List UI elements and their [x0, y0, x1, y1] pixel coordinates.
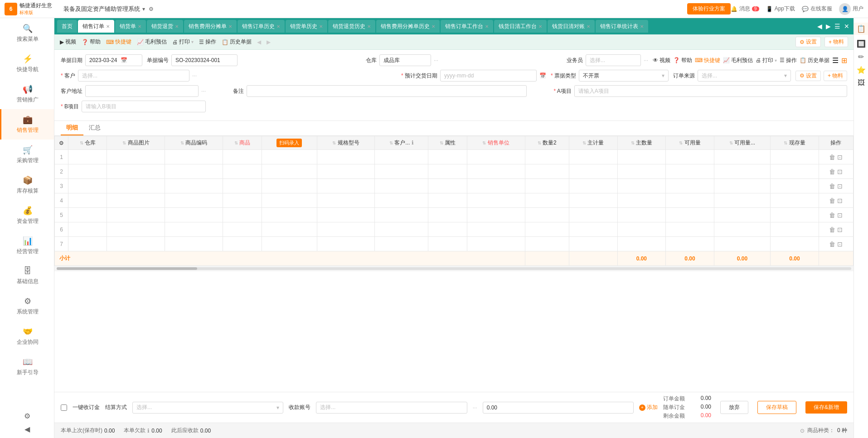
operations-btn[interactable]: ☰ 操作	[199, 38, 216, 46]
tab-detail[interactable]: 明细	[61, 121, 83, 135]
a-project-input[interactable]: 请输入A项目	[574, 85, 847, 97]
tab-order-stats[interactable]: 销售订单统计表 ✕	[596, 20, 648, 33]
delivery-date-input[interactable]: yyyy-mm-dd	[440, 70, 537, 82]
row-3-delete-icon[interactable]: 🗑	[829, 183, 835, 190]
row-5-delete-icon[interactable]: 🗑	[829, 212, 835, 219]
amount-input[interactable]: 0.00	[483, 402, 634, 414]
online-service-item[interactable]: 💬 在线客服	[802, 5, 832, 13]
customer-address-input[interactable]	[85, 85, 199, 97]
solution-button[interactable]: 体验行业方案	[687, 3, 731, 14]
row-2-copy-icon[interactable]: ⊡	[837, 168, 843, 175]
sidebar-item-operations[interactable]: 📊 经营管理	[0, 231, 54, 261]
sort-main-qty-icon[interactable]: ⇅	[631, 140, 635, 145]
discard-button[interactable]: 放弃	[720, 401, 748, 414]
row-4-copy-icon[interactable]: ⊡	[837, 197, 843, 204]
sort-main-unit-icon[interactable]: ⇅	[582, 140, 586, 145]
scroll-thumb[interactable]	[57, 267, 197, 270]
row-1-copy-icon[interactable]: ⊡	[837, 154, 843, 161]
customer-input[interactable]: 选择...	[78, 70, 189, 82]
calendar-icon[interactable]: 📅	[121, 57, 127, 63]
tab-menu-icon[interactable]: ☰	[833, 23, 842, 30]
notification-item[interactable]: 🔔 消息 9	[731, 5, 759, 13]
right-panel-form-icon[interactable]: 📋	[854, 23, 868, 35]
row-1-unit[interactable]	[467, 150, 525, 164]
tab-cash-workbench[interactable]: 钱货日清工作台 ✕	[494, 20, 547, 33]
tab-cash-reconcile[interactable]: 钱货日清对账 ✕	[548, 20, 595, 33]
tab-next-icon[interactable]: ▶	[824, 23, 833, 30]
view-btn[interactable]: ▶ 视频	[60, 38, 76, 46]
tab-close-sales-goods[interactable]: ✕	[138, 24, 141, 29]
remark-input[interactable]	[247, 85, 527, 97]
toolbar-help-btn[interactable]: ❓ 帮助	[673, 57, 692, 64]
row-6-copy-icon[interactable]: ⊡	[837, 226, 843, 233]
row-6-delete-icon[interactable]: 🗑	[829, 226, 835, 233]
toolbar-profit-btn[interactable]: 📈 毛利预估	[723, 57, 753, 64]
col-code[interactable]: ⇅ 商品编码	[165, 136, 223, 150]
sidebar-item-finance[interactable]: 💰 资金管理	[0, 200, 54, 231]
tab-sales-order[interactable]: 销售订单 ✕	[78, 20, 114, 33]
tab-close-cash-reconcile[interactable]: ✕	[587, 24, 590, 29]
right-panel-star-icon[interactable]: ⭐	[857, 66, 866, 74]
col-qty2[interactable]: ⇅ 数量2	[525, 136, 569, 150]
col-available2[interactable]: ⇅ 可用量...	[714, 136, 770, 150]
row-1-main-unit[interactable]	[569, 150, 617, 164]
user-item[interactable]: 👤 用户	[839, 3, 863, 15]
tab-close-return-history[interactable]: ✕	[367, 24, 371, 29]
toolbar-history-btn[interactable]: 📋 历史单据	[800, 57, 829, 64]
one-key-payment-checkbox[interactable]	[61, 404, 67, 411]
salesperson-more-icon[interactable]: ···	[644, 57, 648, 63]
row-1-image[interactable]	[107, 150, 165, 164]
shortcut-btn[interactable]: ⌨ 快捷键	[106, 38, 131, 46]
col-attribute[interactable]: ⇅ 属性	[428, 136, 467, 150]
row-5-copy-icon[interactable]: ⊡	[837, 212, 843, 219]
row-1-available2[interactable]	[714, 150, 770, 164]
row-1-customer-code[interactable]	[375, 150, 428, 164]
sidebar-item-inventory[interactable]: 📦 库存核算	[0, 170, 54, 200]
profit-btn[interactable]: 📈 毛利预估	[137, 38, 167, 46]
sidebar-item-sales[interactable]: 💼 销售管理	[0, 109, 54, 140]
tab-order-history[interactable]: 销售订单历史 ✕	[238, 20, 285, 33]
customer-more-icon[interactable]: ···	[192, 72, 197, 79]
row-1-available[interactable]	[666, 150, 714, 164]
history-btn[interactable]: 📋 历史单据	[222, 38, 252, 46]
col-main-unit[interactable]: ⇅ 主计量	[569, 136, 617, 150]
tab-return[interactable]: 销货退货 ✕	[147, 20, 183, 33]
date-input[interactable]: 2023-03-24 📅	[85, 54, 142, 66]
system-dropdown-icon[interactable]: ▾	[142, 6, 145, 12]
col-unit[interactable]: ⇅ 销售单位	[467, 136, 525, 150]
tab-sales-goods[interactable]: 销货单 ✕	[115, 20, 146, 33]
payment-method-select[interactable]: 选择... ▾	[132, 402, 283, 414]
form-setting-btn[interactable]: ⚙ 设置	[795, 71, 821, 81]
col-warehouse[interactable]: ⇅ 仓库	[68, 136, 107, 150]
grid-view-icon[interactable]: ⊞	[841, 56, 847, 65]
sort-warehouse-icon[interactable]: ⇅	[80, 140, 83, 145]
tab-close-return[interactable]: ✕	[175, 24, 179, 29]
warehouse-more-icon[interactable]: ···	[434, 57, 438, 63]
tab-close-sales-order[interactable]: ✕	[106, 24, 110, 29]
sidebar-item-purchase[interactable]: 🛒 采购管理	[0, 140, 54, 170]
order-no-input[interactable]: SO-20230324-001	[171, 54, 238, 66]
tab-close-order-stats[interactable]: ✕	[640, 24, 644, 29]
row-1-scan[interactable]	[262, 150, 317, 164]
row-1-product[interactable]	[223, 150, 262, 164]
col-available[interactable]: ⇅ 可用量	[666, 136, 714, 150]
save-new-button[interactable]: 保存&新增	[805, 401, 847, 414]
account-select[interactable]: 选择...	[316, 402, 467, 414]
tab-close-expense[interactable]: ✕	[228, 24, 232, 29]
gear-icon[interactable]: ⚙	[149, 6, 154, 12]
row-1-stock[interactable]	[771, 150, 819, 164]
tab-expense-history[interactable]: 销售费用分摊单历史 ✕	[376, 20, 440, 33]
tab-close-expense-history[interactable]: ✕	[432, 24, 435, 29]
tab-return-history[interactable]: 销货退货历史 ✕	[328, 20, 375, 33]
order-source-select[interactable]: 选择... ▾	[698, 70, 791, 82]
warehouse-input[interactable]: 成品库	[379, 54, 431, 66]
sort-spec-icon[interactable]: ⇅	[332, 140, 336, 145]
sidebar-item-collab[interactable]: 🤝 企业协同	[0, 321, 54, 351]
row-1-spec[interactable]	[317, 150, 375, 164]
print-arrow-icon[interactable]: ▾	[191, 39, 194, 44]
row-2-warehouse[interactable]	[68, 164, 107, 179]
settings-bottom-icon[interactable]: ⚙	[24, 412, 30, 420]
address-more-icon[interactable]: ···	[201, 88, 206, 94]
app-download-item[interactable]: 📱 App下载	[766, 5, 795, 13]
sort-stock-icon[interactable]: ⇅	[784, 140, 787, 145]
